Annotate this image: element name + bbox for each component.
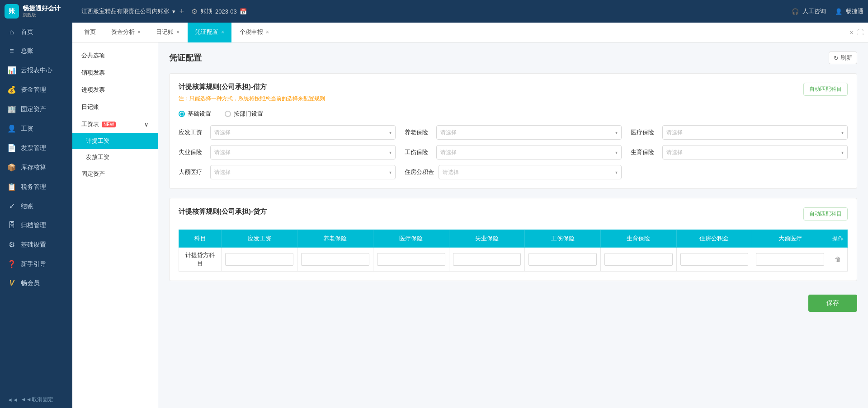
th-pension: 养老保险 <box>297 230 373 248</box>
tab-fund-analysis[interactable]: 资金分析 × <box>104 23 148 42</box>
save-button[interactable]: 保存 <box>808 295 857 312</box>
tab-diary-label: 日记账 <box>156 28 174 36</box>
sidebar-item-archive[interactable]: 🗄 归档管理 <box>0 216 72 235</box>
credit-maternity-input[interactable] <box>604 253 673 266</box>
sidebar-item-tax[interactable]: 📋 税务管理 <box>0 177 72 197</box>
credit-work-injury-input[interactable] <box>528 253 597 266</box>
consult-button[interactable]: 🎧 人工咨询 <box>792 7 826 15</box>
td-maternity[interactable] <box>600 248 676 272</box>
sidebar-item-member[interactable]: V 畅会员 <box>0 274 72 293</box>
period-selector[interactable]: 账期 2023-03 📅 <box>201 7 247 15</box>
left-nav-accrue-payroll[interactable]: 计提工资 <box>72 133 158 149</box>
td-pension[interactable] <box>297 248 373 272</box>
large-medical-select[interactable]: 请选择 ▾ <box>210 165 396 179</box>
left-nav-public[interactable]: 公共选项 <box>72 47 158 64</box>
left-nav-fixed-assets[interactable]: 固定资产 <box>72 165 158 183</box>
th-medical: 医疗保险 <box>373 230 449 248</box>
debit-section-note: 注：只能选择一种方式，系统将按照您当前的选择来配置规则 <box>179 95 848 103</box>
page-content: 公共选项 销项发票 进项发票 日记账 工资表 NEW ∨ <box>72 42 868 408</box>
add-button[interactable]: + <box>175 5 188 18</box>
sidebar-item-home[interactable]: ⌂ 首页 <box>0 23 72 42</box>
tab-diary[interactable]: 日记账 × <box>149 23 187 42</box>
credit-large-medical-input[interactable] <box>756 253 824 266</box>
tab-diary-close[interactable]: × <box>176 29 179 35</box>
radio-basic-setup[interactable]: 基础设置 <box>179 110 211 118</box>
left-nav-payroll-table[interactable]: 工资表 NEW ∨ <box>72 116 158 133</box>
tab-home-label: 首页 <box>84 28 96 36</box>
sidebar-item-guide[interactable]: ❓ 新手引导 <box>0 254 72 274</box>
pension-select[interactable]: 请选择 ▾ <box>436 125 622 140</box>
sidebar-item-close[interactable]: ✓ 结账 <box>0 197 72 216</box>
gross-salary-select[interactable]: 请选择 ▾ <box>210 125 396 140</box>
maternity-select[interactable]: 请选择 ▾ <box>662 145 848 159</box>
unemployment-select[interactable]: 请选择 ▾ <box>210 145 396 159</box>
refresh-button[interactable]: ↻ 刷新 <box>829 52 857 64</box>
td-housing-fund[interactable] <box>676 248 752 272</box>
radio-dept-circle <box>225 111 231 117</box>
sidebar-label-archive: 归档管理 <box>21 221 46 230</box>
tab-voucher-config-close[interactable]: × <box>221 29 224 35</box>
app-edition: 旗舰版 <box>23 12 61 18</box>
credit-gross-salary-input[interactable] <box>225 253 293 266</box>
credit-pension-input[interactable] <box>301 253 369 266</box>
sidebar-item-fund[interactable]: 💰 资金管理 <box>0 80 72 99</box>
credit-auto-match-button[interactable]: 自动匹配科目 <box>803 207 848 220</box>
company-selector[interactable]: 江西服宝精品有限责任公司内账张 ▾ <box>81 7 175 15</box>
large-medical-label: 大额医疗 <box>179 168 206 176</box>
radio-dept-label: 按部门设置 <box>234 110 263 118</box>
calendar-icon: 📅 <box>240 8 247 15</box>
sidebar-item-settings[interactable]: ⚙ 基础设置 <box>0 235 72 254</box>
td-delete[interactable]: 🗑 <box>828 248 848 272</box>
td-large-medical[interactable] <box>752 248 828 272</box>
work-injury-select[interactable]: 请选择 ▾ <box>436 145 622 159</box>
sidebar-item-inventory[interactable]: 📦 库存核算 <box>0 158 72 177</box>
tab-home[interactable]: 首页 <box>77 23 103 42</box>
sidebar-label-member: 畅会员 <box>21 279 40 287</box>
page-title-text: 凭证配置 <box>169 52 202 63</box>
debit-auto-match-button[interactable]: 自动匹配科目 <box>803 83 848 96</box>
sidebar: ⌂ 首页 ≡ 总账 📊 云报表中心 💰 资金管理 🏢 固定资产 👤 工资 📄 发… <box>0 23 72 408</box>
credit-housing-fund-input[interactable] <box>680 253 749 266</box>
page-title-bar: 凭证配置 ↻ 刷新 <box>169 52 857 64</box>
tab-tax-report[interactable]: 个税申报 × <box>232 23 276 42</box>
left-nav-purchase-invoice[interactable]: 进项发票 <box>72 81 158 98</box>
td-unemployment[interactable] <box>449 248 525 272</box>
housing-fund-label: 住房公积金 <box>405 168 434 176</box>
left-nav-pay-payroll-label: 发放工资 <box>86 154 109 160</box>
left-nav-pay-payroll[interactable]: 发放工资 <box>72 149 158 165</box>
left-nav-sales-invoice[interactable]: 销项发票 <box>72 64 158 81</box>
td-medical[interactable] <box>373 248 449 272</box>
close-all-tabs-button[interactable]: × <box>850 29 854 36</box>
expand-window-button[interactable]: ⛶ <box>857 29 863 36</box>
radio-dept-setup[interactable]: 按部门设置 <box>225 110 263 118</box>
td-gross-salary[interactable] <box>222 248 297 272</box>
sidebar-item-ledger[interactable]: ≡ 总账 <box>0 42 72 61</box>
field-large-medical: 大额医疗 请选择 ▾ <box>179 165 396 179</box>
delete-row-button[interactable]: 🗑 <box>835 256 841 263</box>
topbar-user-area: 🎧 人工咨询 👤 畅捷通 <box>792 7 863 15</box>
tab-voucher-config[interactable]: 凭证配置 × <box>188 23 231 42</box>
medical-select[interactable]: 请选择 ▾ <box>662 125 848 140</box>
tab-voucher-config-label: 凭证配置 <box>195 28 218 36</box>
medical-label: 医疗保险 <box>631 128 658 136</box>
sidebar-item-asset[interactable]: 🏢 固定资产 <box>0 99 72 119</box>
left-nav-sales-invoice-label: 销项发票 <box>81 69 105 77</box>
td-work-injury[interactable] <box>525 248 601 272</box>
radio-basic-label: 基础设置 <box>188 110 211 118</box>
user-profile[interactable]: 👤 畅捷通 <box>835 7 863 15</box>
settings-gear-button[interactable]: ⚙ <box>188 5 201 18</box>
sidebar-item-invoice[interactable]: 📄 发票管理 <box>0 138 72 158</box>
credit-unemployment-input[interactable] <box>453 253 521 266</box>
th-operation: 操作 <box>828 230 848 248</box>
sidebar-item-report[interactable]: 📊 云报表中心 <box>0 61 72 80</box>
sidebar-item-payroll[interactable]: 👤 工资 <box>0 119 72 138</box>
field-gross-salary: 应发工资 请选择 ▾ <box>179 125 396 140</box>
left-nav-journal[interactable]: 日记账 <box>72 98 158 116</box>
credit-medical-input[interactable] <box>377 253 445 266</box>
housing-fund-select[interactable]: 请选择 ▾ <box>439 165 622 179</box>
company-name: 江西服宝精品有限责任公司内账张 <box>81 7 170 15</box>
home-icon: ⌂ <box>7 28 16 36</box>
tab-fund-analysis-close[interactable]: × <box>137 29 141 35</box>
cancel-fixed-button[interactable]: ◄◄ ◄◄取消固定 <box>0 391 72 408</box>
tab-tax-report-close[interactable]: × <box>266 29 269 35</box>
